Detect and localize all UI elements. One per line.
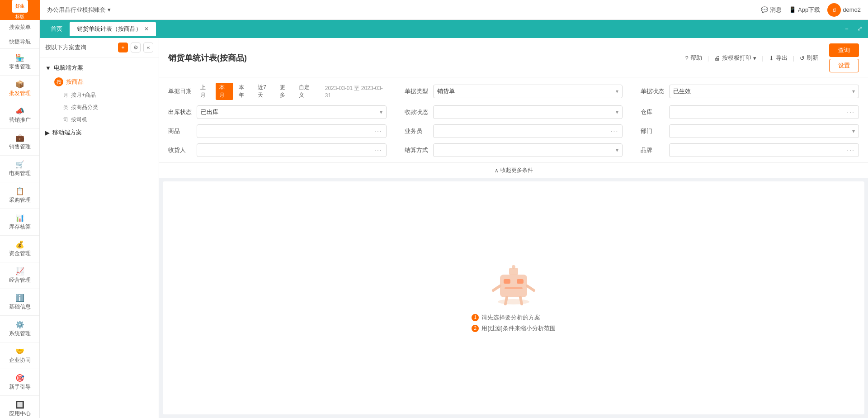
tree-item-by-month-product[interactable]: 月 按月+商品: [40, 89, 159, 101]
guide-icon: 🎯: [15, 374, 24, 382]
ecommerce-icon: 🛒: [15, 160, 24, 169]
date-btn-more[interactable]: 更多: [276, 83, 293, 100]
sidebar-item-operation[interactable]: 📈 经营管理: [0, 262, 39, 289]
brand-dots-icon: ···: [847, 147, 855, 154]
filter-department: 部门 ▾: [641, 124, 859, 138]
topbar: 办公用品行业模拟账套 ▾ 💬 消息 📱 App下载 d demo2: [40, 0, 868, 20]
template-print-btn[interactable]: 🖨 按模板打印 ▾: [714, 54, 756, 62]
tree-group-mobile[interactable]: ▶ 移动端方案: [40, 126, 159, 139]
topbar-left: 办公用品行业模拟账套 ▾: [47, 6, 111, 14]
date-btn-custom[interactable]: 自定义: [295, 83, 318, 100]
date-btn-last7[interactable]: 近7天: [254, 83, 274, 100]
window-minimize-btn[interactable]: －: [842, 23, 852, 35]
date-quick-select: 上月 本月 本年 近7天 更多 自定义: [197, 83, 318, 100]
collapse-panel-btn[interactable]: «: [143, 43, 153, 52]
tree-item-by-product[interactable]: 按 按商品: [40, 75, 159, 89]
settings-icon: ⚙: [133, 44, 138, 51]
tree-group-desktop[interactable]: ▼ 电脑端方案: [40, 61, 159, 75]
sidebar-item-retail[interactable]: 🏪 零售管理: [0, 49, 39, 76]
download-icon: 📱: [789, 6, 796, 13]
expand-icon: ▼: [45, 65, 51, 71]
filter-doc-type: 单据类型 销货单 ▾: [405, 85, 623, 98]
receiver-input[interactable]: ···: [197, 143, 387, 157]
date-btn-last-month[interactable]: 上月: [197, 83, 214, 100]
tree-item-by-driver[interactable]: 司 按司机: [40, 114, 159, 126]
svg-line-8: [527, 286, 534, 290]
operation-icon: 📈: [15, 267, 24, 276]
svg-point-6: [512, 265, 515, 269]
date-label: 单据日期: [168, 87, 193, 95]
brand-input[interactable]: ···: [669, 143, 859, 157]
doc-type-select[interactable]: 销货单 ▾: [433, 85, 623, 98]
messages-btn[interactable]: 💬 消息: [761, 6, 782, 14]
payment-status-select[interactable]: ▾: [433, 105, 623, 119]
filter-out-status: 出库状态 已出库 ▾: [168, 105, 387, 119]
date-btn-this-year[interactable]: 本年: [235, 83, 252, 100]
scheme-settings-btn[interactable]: ⚙: [131, 43, 141, 52]
tree-item-by-category[interactable]: 类 按商品分类: [40, 101, 159, 114]
refresh-btn[interactable]: ↺ 刷新: [800, 54, 818, 62]
left-panel: 按以下方案查询 + ⚙ « ▼ 电脑端方案 按 按商品: [40, 38, 159, 418]
sidebar-item-finance[interactable]: 💰 资金管理: [0, 236, 39, 262]
app-download-btn[interactable]: 📱 App下载: [789, 6, 820, 14]
salesperson-input[interactable]: ···: [433, 124, 623, 138]
sidebar-item-marketing[interactable]: 📣 营销推广: [0, 102, 39, 129]
product-input[interactable]: ···: [197, 124, 387, 138]
help-link[interactable]: ? 帮助: [685, 54, 702, 62]
out-status-dropdown-icon: ▾: [380, 109, 382, 115]
tab-close-icon[interactable]: ✕: [144, 26, 149, 32]
window-maximize-btn[interactable]: ⤢: [855, 23, 864, 35]
svg-rect-3: [517, 279, 524, 284]
sidebar-search[interactable]: 搜索菜单: [0, 20, 39, 35]
filter-settlement: 结算方式 ▾: [405, 143, 623, 157]
date-btn-this-month[interactable]: 本月: [216, 83, 233, 100]
settlement-dropdown-icon: ▾: [616, 147, 618, 153]
sidebar-item-guide[interactable]: 🎯 新手引导: [0, 369, 39, 396]
filter-salesperson: 业务员 ···: [405, 124, 623, 138]
warehouse-input[interactable]: ···: [669, 105, 859, 119]
empty-tip-2: 2 用[过滤]条件来缩小分析范围: [472, 324, 555, 332]
doc-status-select[interactable]: 已生效 ▾: [669, 85, 859, 98]
svg-rect-2: [504, 279, 510, 284]
sidebar-item-system[interactable]: ⚙️ 系统管理: [0, 316, 39, 342]
main-area: 办公用品行业模拟账套 ▾ 💬 消息 📱 App下载 d demo2 首页: [40, 0, 868, 418]
tab-home[interactable]: 首页: [43, 22, 70, 36]
add-scheme-btn[interactable]: +: [118, 43, 128, 52]
doc-status-label: 单据状态: [641, 87, 665, 95]
collapse-btn[interactable]: ∧ 收起更多条件: [495, 166, 533, 174]
tab-report[interactable]: 销货单统计表（按商品） ✕: [70, 22, 156, 36]
avatar: d: [827, 3, 841, 17]
query-button[interactable]: 查询: [829, 43, 859, 57]
settlement-label: 结算方式: [405, 146, 429, 154]
print-icon: 🖨: [714, 55, 720, 62]
sidebar-item-basic[interactable]: ℹ️ 基础信息: [0, 289, 39, 316]
sidebar-item-ecommerce[interactable]: 🛒 电商管理: [0, 156, 39, 182]
export-btn[interactable]: ⬇ 导出: [769, 54, 788, 62]
tip-num-1: 1: [472, 314, 479, 321]
sidebar-item-wholesale[interactable]: 📦 批发管理: [0, 76, 39, 102]
sidebar-quick-nav[interactable]: 快捷导航: [0, 35, 39, 49]
sidebar-item-apps[interactable]: 🔲 应用中心: [0, 396, 39, 418]
industry-dropdown[interactable]: 办公用品行业模拟账套 ▾: [47, 6, 111, 14]
user-menu[interactable]: d demo2: [827, 3, 861, 17]
department-select[interactable]: ▾: [669, 124, 859, 138]
filter-doc-status: 单据状态 已生效 ▾: [641, 85, 859, 98]
sidebar-item-inventory[interactable]: 📊 库存核算: [0, 209, 39, 236]
out-status-select[interactable]: 已出库 ▾: [197, 105, 387, 119]
empty-state: 1 请先选择要分析的方案 2 用[过滤]条件来缩小分析范围: [163, 181, 864, 414]
settings-button[interactable]: 设置: [829, 59, 859, 72]
filter-warehouse: 仓库 ···: [641, 105, 859, 119]
sidebar-item-purchase[interactable]: 📋 采购管理: [0, 182, 39, 209]
brand-label: 品牌: [641, 146, 665, 154]
filter-row-4: 收货人 ··· 结算方式 ▾: [168, 143, 859, 157]
sidebar-item-coop[interactable]: 🤝 企业协同: [0, 342, 39, 369]
filter-date: 单据日期 上月 本月 本年 近7天 更多 自定义 2023-03-01 至 20…: [168, 83, 387, 100]
left-panel-header: 按以下方案查询 + ⚙ «: [40, 38, 159, 57]
basic-icon: ℹ️: [15, 294, 24, 302]
expand-right-icon: ▶: [45, 129, 50, 136]
sub-icon-driver: 司: [63, 116, 68, 123]
sidebar-item-sales[interactable]: 💼 销售管理: [0, 129, 39, 156]
coop-icon: 🤝: [15, 347, 24, 356]
export-icon: ⬇: [769, 55, 774, 62]
settlement-select[interactable]: ▾: [433, 143, 623, 157]
